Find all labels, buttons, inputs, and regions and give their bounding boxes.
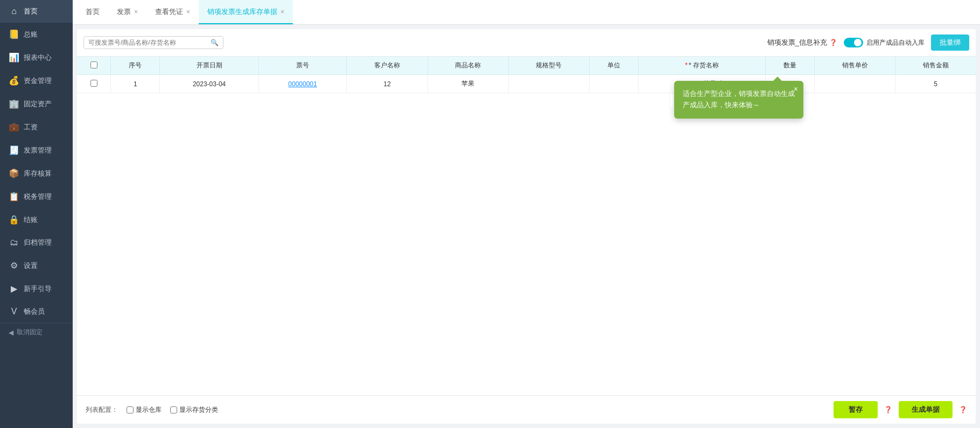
search-icon[interactable]: 🔍: [211, 39, 219, 46]
tab-home[interactable]: 首页: [77, 0, 108, 24]
tooltip-text: 适合生产型企业，销项发票自动生成产成品入库，快来体验～: [683, 89, 795, 109]
sidebar-item-ledger[interactable]: 📒 总账: [0, 23, 73, 46]
asset-icon: 🏢: [9, 99, 19, 109]
archive-icon: 🗂: [9, 238, 19, 247]
show-warehouse-checkbox[interactable]: [127, 406, 134, 413]
th-seq: 序号: [111, 57, 160, 75]
tab-cancel-invoice[interactable]: 销项发票生成库存单据 ×: [199, 0, 293, 24]
sidebar-item-label: 新手引导: [24, 284, 52, 294]
footer-buttons: 暂存 ❓ 生成单据 ❓: [834, 401, 967, 418]
main-area: 首页 发票 × 查看凭证 × 销项发票生成库存单据 × 🔍 销项发票_信息补充 …: [73, 0, 980, 428]
search-wrap[interactable]: 🔍: [83, 36, 223, 49]
tab-invoice-label: 发票: [117, 7, 131, 17]
info-label-area: 销项发票_信息补充 ❓: [767, 38, 837, 47]
tab-bar: 首页 发票 × 查看凭证 × 销项发票生成库存单据 ×: [73, 0, 980, 25]
show-warehouse-item[interactable]: 显示仓库: [127, 405, 162, 415]
td-customer: 12: [347, 75, 428, 93]
tooltip-close-button[interactable]: ×: [794, 85, 798, 93]
page-content: 🔍 销项发票_信息补充 ❓ 启用产成品自动入库 批量绑 序号: [77, 29, 976, 424]
report-icon: 📊: [9, 52, 19, 63]
save-button[interactable]: 暂存: [834, 401, 878, 418]
batch-button[interactable]: 批量绑: [931, 34, 969, 51]
tooltip-indicator: [671, 93, 673, 106]
toggle-label: 启用产成品自动入库: [866, 38, 925, 47]
table-header-row: 序号 开票日期 票号 客户名称 商品名称 规格型号 单位 ** 存货名称 数量 …: [77, 57, 976, 75]
sidebar-item-closing[interactable]: 🔒 结账: [0, 208, 73, 231]
guide-icon: ▶: [9, 284, 19, 294]
td-price: [815, 75, 895, 93]
sidebar-item-label: 工资: [24, 122, 38, 132]
sidebar-item-label: 固定资产: [24, 99, 52, 109]
select-all-checkbox[interactable]: [90, 61, 97, 68]
toggle-knob: [854, 39, 862, 46]
config-label: 列表配置：: [86, 405, 118, 415]
closing-icon: 🔒: [9, 215, 19, 225]
tab-invoice-close[interactable]: ×: [134, 8, 138, 16]
auto-warehouse-toggle[interactable]: [844, 38, 863, 47]
sidebar-item-archive[interactable]: 🗂 归档管理: [0, 231, 73, 254]
generate-help-icon[interactable]: ❓: [959, 406, 967, 413]
save-help-icon[interactable]: ❓: [884, 406, 892, 413]
unfix-icon: ◀: [9, 329, 13, 336]
td-spec: [508, 75, 589, 93]
tab-voucher[interactable]: 查看凭证 ×: [146, 0, 199, 24]
payroll-icon: 💼: [9, 122, 19, 132]
sidebar-item-home[interactable]: ⌂ 首页: [0, 0, 73, 23]
sidebar-item-label: 发票管理: [24, 146, 52, 155]
show-category-item[interactable]: 显示存货分类: [170, 405, 218, 415]
generate-button[interactable]: 生成单据: [899, 401, 953, 418]
info-label-text: 销项发票_信息补充: [767, 38, 827, 47]
sidebar-item-inventory[interactable]: 📦 库存核算: [0, 162, 73, 185]
help-icon[interactable]: ❓: [829, 39, 837, 46]
tab-voucher-close[interactable]: ×: [186, 8, 190, 16]
tab-invoice[interactable]: 发票 ×: [108, 0, 146, 24]
toolbar: 🔍 销项发票_信息补充 ❓ 启用产成品自动入库 批量绑: [77, 29, 976, 57]
sidebar-item-fund[interactable]: 💰 资金管理: [0, 69, 73, 92]
tab-cancel-invoice-close[interactable]: ×: [281, 8, 284, 16]
inventory-icon: 📦: [9, 168, 19, 178]
row-checkbox[interactable]: [90, 80, 97, 87]
td-invoice-no[interactable]: 00000001: [258, 75, 347, 93]
toggle-wrap: 启用产成品自动入库: [844, 38, 925, 47]
td-checkbox[interactable]: [77, 75, 111, 93]
sidebar-item-label: 资金管理: [24, 76, 52, 86]
required-star: *: [685, 61, 688, 69]
sidebar-item-vip[interactable]: V 畅会员: [0, 300, 73, 323]
fund-icon: 💰: [9, 75, 19, 86]
sidebar-item-label: 首页: [24, 6, 38, 16]
unfix-label: 取消固定: [17, 328, 43, 337]
vip-icon: V: [9, 307, 19, 316]
sidebar-item-invoice[interactable]: 🧾 发票管理: [0, 139, 73, 162]
sidebar-item-report[interactable]: 📊 报表中心: [0, 46, 73, 69]
sidebar-unfix[interactable]: ◀ 取消固定: [0, 323, 73, 341]
td-seq: 1: [111, 75, 160, 93]
sidebar-item-settings[interactable]: ⚙ 设置: [0, 254, 73, 277]
tooltip-popup: × 适合生产型企业，销项发票自动生成产成品入库，快来体验～: [674, 81, 803, 119]
tab-home-label: 首页: [86, 7, 100, 17]
main-table: 序号 开票日期 票号 客户名称 商品名称 规格型号 单位 ** 存货名称 数量 …: [77, 57, 976, 93]
sidebar-item-payroll[interactable]: 💼 工资: [0, 115, 73, 139]
show-category-label: 显示存货分类: [179, 405, 218, 415]
invoice-icon: 🧾: [9, 145, 19, 155]
sidebar-item-label: 归档管理: [24, 238, 52, 247]
th-amount: 销售金额: [895, 57, 976, 75]
sidebar-item-label: 库存核算: [24, 169, 52, 178]
td-unit: [590, 75, 639, 93]
th-product: 商品名称: [428, 57, 508, 75]
th-customer: 客户名称: [347, 57, 428, 75]
settings-icon: ⚙: [9, 260, 19, 271]
sidebar-item-label: 总账: [24, 30, 38, 39]
sidebar-item-asset[interactable]: 🏢 固定资产: [0, 92, 73, 115]
th-inventory: ** 存货名称: [639, 57, 766, 75]
sidebar-item-guide[interactable]: ▶ 新手引导: [0, 277, 73, 300]
show-category-checkbox[interactable]: [170, 406, 177, 413]
th-price: 销售单价: [815, 57, 895, 75]
th-checkbox[interactable]: [77, 57, 111, 75]
td-product: 苹果: [428, 75, 508, 93]
invoice-no-link[interactable]: 00000001: [288, 80, 317, 88]
table-row: 1 2023-03-04 00000001 12 苹果 000001 苹果 个 …: [77, 75, 976, 93]
sidebar-item-tax[interactable]: 📋 税务管理: [0, 185, 73, 208]
search-input[interactable]: [88, 39, 208, 46]
sidebar: ⌂ 首页 📒 总账 📊 报表中心 💰 资金管理 🏢 固定资产 💼 工资 🧾 发票…: [0, 0, 73, 428]
sidebar-item-label: 设置: [24, 261, 38, 271]
